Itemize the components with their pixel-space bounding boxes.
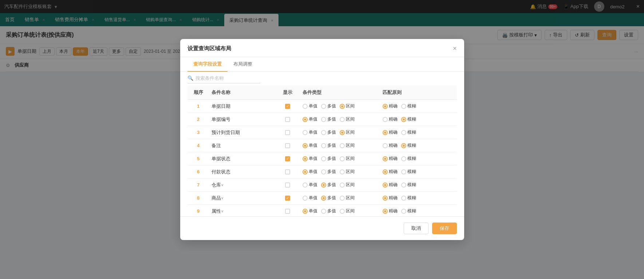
dialog-tab-layout-label: 布局调整 [233, 61, 252, 67]
dialog-header: 设置查询区域布局 × [180, 39, 464, 57]
dialog-tab-fields[interactable]: 查询字段设置 [187, 57, 228, 72]
dialog-title: 设置查询区域布局 [187, 45, 231, 52]
dialog-tab-fields-label: 查询字段设置 [193, 61, 222, 67]
modal-overlay: 设置查询区域布局 × 查询字段设置 布局调整 🔍 顺序 条件名称 [0, 0, 644, 72]
dialog-tab-layout[interactable]: 布局调整 [228, 57, 258, 72]
dialog: 设置查询区域布局 × 查询字段设置 布局调整 🔍 顺序 条件名称 [180, 39, 464, 72]
dialog-close-btn[interactable]: × [453, 45, 457, 52]
dialog-tabs: 查询字段设置 布局调整 [180, 57, 464, 72]
